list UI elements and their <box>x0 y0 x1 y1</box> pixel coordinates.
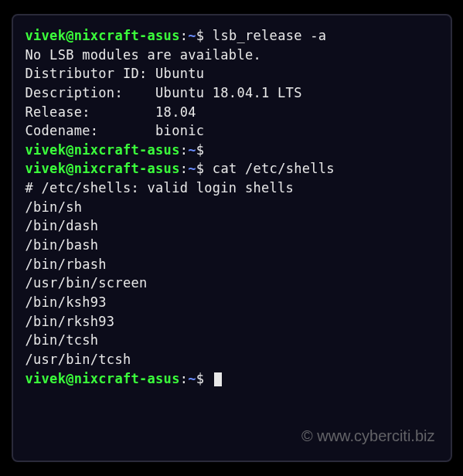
terminal-window[interactable]: vivek@nixcraft-asus:~$ lsb_release -aNo … <box>12 14 452 462</box>
terminal-content[interactable]: vivek@nixcraft-asus:~$ lsb_release -aNo … <box>26 26 438 388</box>
output-text: # /etc/shells: valid login shells <box>26 180 294 196</box>
output-text: /bin/dash <box>26 218 99 233</box>
output-line: Codename: bionic <box>26 121 438 141</box>
output-line: /bin/tcsh <box>26 331 438 350</box>
output-line: Distributor ID: Ubuntu <box>26 64 438 83</box>
command-text: cat /etc/shells <box>213 161 335 176</box>
output-line: /bin/ksh93 <box>26 293 438 312</box>
prompt-line: vivek@nixcraft-asus:~$ lsb_release -a <box>26 26 438 46</box>
prompt-colon: : <box>180 371 189 386</box>
output-line: /usr/bin/tcsh <box>26 350 438 369</box>
output-text: /usr/bin/screen <box>26 275 148 291</box>
command-text: lsb_release -a <box>213 28 327 43</box>
output-line: /bin/sh <box>26 198 438 217</box>
prompt-dollar: $ <box>196 161 205 176</box>
output-line: No LSB modules are available. <box>26 46 438 65</box>
prompt-dollar: $ <box>196 142 205 158</box>
prompt-line: vivek@nixcraft-asus:~$ <box>26 141 438 160</box>
output-text: /bin/ksh93 <box>26 294 107 310</box>
output-line: /bin/rbash <box>26 255 438 274</box>
user-host: vivek@nixcraft-asus <box>26 28 180 43</box>
output-text: /bin/rksh93 <box>26 314 115 329</box>
output-text: /bin/tcsh <box>26 332 99 348</box>
output-text: Distributor ID: Ubuntu <box>26 66 205 81</box>
output-text: /bin/rbash <box>26 257 107 272</box>
output-text: No LSB modules are available. <box>26 47 262 63</box>
prompt-line: vivek@nixcraft-asus:~$ cat /etc/shells <box>26 159 438 178</box>
output-text: Release: 18.04 <box>26 104 196 120</box>
user-host: vivek@nixcraft-asus <box>26 371 180 386</box>
prompt-dollar: $ <box>196 371 205 386</box>
output-line: /bin/dash <box>26 216 438 236</box>
output-text: /bin/sh <box>26 199 83 215</box>
prompt-colon: : <box>180 142 189 158</box>
output-text: /bin/bash <box>26 237 99 253</box>
watermark: © www.cyberciti.biz <box>301 427 435 445</box>
prompt-path: ~ <box>188 142 196 158</box>
user-host: vivek@nixcraft-asus <box>26 161 180 176</box>
output-line: Release: 18.04 <box>26 103 438 122</box>
prompt-line: vivek@nixcraft-asus:~$ <box>26 369 438 389</box>
prompt-colon: : <box>180 28 189 43</box>
prompt-colon: : <box>180 161 189 176</box>
output-line: /usr/bin/screen <box>26 274 438 293</box>
output-text: Description: Ubuntu 18.04.1 LTS <box>26 85 302 100</box>
prompt-path: ~ <box>188 161 196 176</box>
cursor-icon <box>214 372 222 386</box>
prompt-dollar: $ <box>196 28 205 43</box>
output-line: /bin/bash <box>26 236 438 255</box>
output-text: Codename: bionic <box>26 123 205 138</box>
user-host: vivek@nixcraft-asus <box>26 142 180 158</box>
prompt-path: ~ <box>188 371 196 386</box>
output-line: Description: Ubuntu 18.04.1 LTS <box>26 83 438 103</box>
output-line: /bin/rksh93 <box>26 312 438 332</box>
output-line: # /etc/shells: valid login shells <box>26 178 438 198</box>
output-text: /usr/bin/tcsh <box>26 352 131 367</box>
prompt-path: ~ <box>188 28 196 43</box>
